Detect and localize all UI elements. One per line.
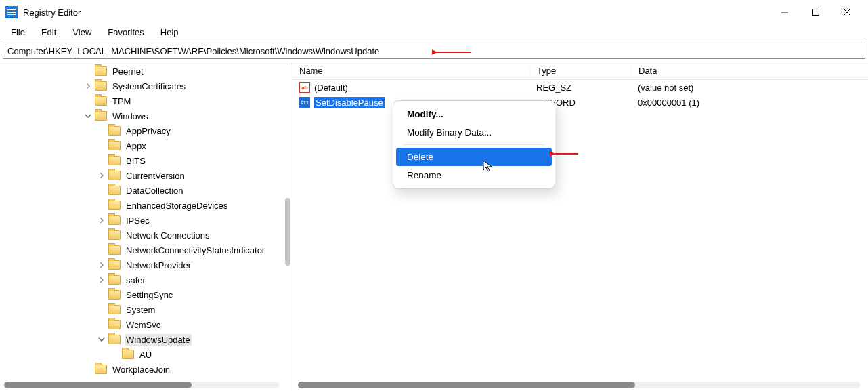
tree-item-label: EnhancedStorageDevices [125,200,229,211]
ctx-delete[interactable]: Delete [396,148,552,166]
tree-item-label: WindowsUpdate [125,334,192,346]
folder-icon [108,141,121,150]
tree-item-label: Peernet [111,66,145,77]
chevron-down-icon[interactable] [95,336,108,343]
tree-item[interactable]: WindowsUpdate [0,332,292,347]
folder-icon [95,81,107,91]
tree-item[interactable]: IPSec [0,213,292,228]
tree-item[interactable]: AU [0,347,292,362]
menu-edit[interactable]: Edit [35,26,63,39]
tree-item[interactable]: Windows [0,108,292,123]
tree-item[interactable]: NetworkConnectivityStatusIndicator [0,243,292,258]
tree-item-label: System [125,304,156,316]
tree-item[interactable]: BITS [0,153,292,168]
minimize-button[interactable] [769,1,800,23]
tree-item[interactable]: CurrentVersion [0,168,292,183]
chevron-right-icon[interactable] [95,217,108,224]
value-data: (value not set) [631,83,868,93]
app-icon [5,6,18,18]
chevron-right-icon[interactable] [95,276,108,283]
value-row[interactable]: ab(Default)REG_SZ(value not set) [292,80,868,95]
tree-item-label: DataCollection [125,185,185,197]
tree-item-label: Appx [125,140,148,152]
ctx-modify[interactable]: Modify... [396,105,552,123]
tree-item-label: TPM [111,96,132,107]
window-title: Registry Editor [23,7,81,18]
tree-item-label: SystemCertificates [111,81,187,92]
ctx-modify-binary[interactable]: Modify Binary Data... [396,123,552,142]
folder-icon [95,66,107,76]
values-pane[interactable]: Name Type Data ab(Default)REG_SZ(value n… [292,62,868,391]
folder-icon [95,96,107,106]
folder-icon [108,245,121,255]
tree-item[interactable]: DataCollection [0,183,292,198]
values-header[interactable]: Name Type Data [292,62,868,80]
folder-icon [108,156,121,165]
folder-icon [95,111,107,121]
tree-item[interactable]: NetworkProvider [0,258,292,272]
tree-item[interactable]: WorkplaceJoin [0,362,292,377]
tree-item[interactable]: safer [0,272,292,287]
tree-item[interactable]: AppPrivacy [0,123,292,138]
folder-icon [108,126,121,136]
menu-view[interactable]: View [66,26,98,39]
binary-value-icon: 011 [299,97,310,108]
tree-item-label: BITS [125,155,147,167]
tree-item-label: AppPrivacy [125,125,172,137]
tree-item[interactable]: Peernet [0,64,292,79]
chevron-down-icon[interactable] [81,112,95,119]
ctx-rename[interactable]: Rename [396,166,552,184]
ctx-separator [403,144,545,145]
tree-item-label: NetworkConnectivityStatusIndicator [125,245,266,256]
address-text: Computer\HKEY_LOCAL_MACHINE\SOFTWARE\Pol… [7,46,379,56]
address-bar[interactable]: Computer\HKEY_LOCAL_MACHINE\SOFTWARE\Pol… [3,43,865,59]
tree-item[interactable]: System [0,302,292,317]
tree-scrollbar-vertical[interactable] [285,198,290,266]
tree-item[interactable]: Network Connections [0,228,292,243]
menu-favorites[interactable]: Favorites [101,26,150,39]
tree-item-label: NetworkProvider [125,260,192,271]
tree-item-label: IPSec [125,215,151,226]
folder-icon [122,350,134,359]
tree-item-label: Windows [111,110,150,122]
chevron-right-icon[interactable] [95,172,108,179]
folder-icon [108,290,121,300]
folder-icon [108,305,121,314]
tree-scrollbar-horizontal[interactable] [4,382,280,388]
string-value-icon: ab [299,82,310,93]
menu-help[interactable]: Help [154,26,186,39]
folder-icon [108,230,121,240]
menu-bar: File Edit View Favorites Help [0,24,868,43]
tree-item[interactable]: SettingSync [0,287,292,302]
maximize-button[interactable] [800,1,831,23]
title-bar: Registry Editor [0,0,868,24]
values-scrollbar-horizontal[interactable] [298,382,860,388]
tree-item-label: SettingSync [125,289,174,301]
svg-rect-1 [813,9,819,16]
value-data: 0x00000001 (1) [631,98,868,108]
value-type: REG_SZ [529,83,631,93]
tree-item[interactable]: TPM [0,94,292,108]
tree-item[interactable]: SystemCertificates [0,79,292,94]
folder-icon [108,260,121,270]
column-data[interactable]: Data [631,66,868,76]
menu-file[interactable]: File [4,26,32,39]
tree-pane[interactable]: PeernetSystemCertificatesTPMWindowsAppPr… [0,62,292,391]
tree-item-label: WorkplaceJoin [111,364,171,375]
value-row[interactable]: 011SetDisablePause_DWORD0x00000001 (1) [292,95,868,110]
folder-icon [108,201,121,210]
chevron-right-icon[interactable] [81,83,95,89]
column-name[interactable]: Name [292,66,529,76]
chevron-right-icon[interactable] [95,262,108,268]
tree-item[interactable]: EnhancedStorageDevices [0,198,292,213]
column-type[interactable]: Type [529,66,631,76]
tree-item-label: safer [125,274,147,286]
tree-item[interactable]: WcmSvc [0,317,292,332]
tree-item-label: Network Connections [125,230,211,241]
close-button[interactable] [831,1,863,23]
folder-icon [108,186,121,195]
tree-item[interactable]: Appx [0,138,292,153]
tree-item-label: AU [138,349,153,361]
folder-icon [108,335,121,344]
folder-icon [108,171,121,180]
